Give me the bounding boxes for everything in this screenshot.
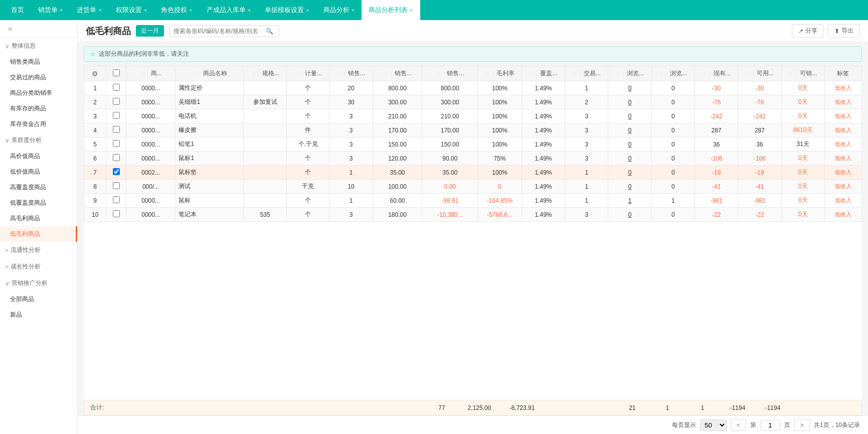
col-transaction[interactable]: ⋮⋮交易... (565, 66, 608, 81)
row-browse1[interactable]: 0 (608, 109, 651, 123)
browse1-link[interactable]: 0 (628, 99, 632, 106)
browse1-link[interactable]: 0 (628, 183, 632, 190)
page-number-input[interactable] (760, 420, 780, 430)
row-select-checkbox[interactable] (113, 112, 120, 119)
sidebar-item-category-rate[interactable]: 商品分类助销率 (0, 85, 77, 101)
prev-page-button[interactable]: ＜ (731, 419, 746, 431)
sidebar-collapse-btn[interactable]: « (4, 22, 17, 35)
col-sales-profit[interactable]: ⋮⋮销售... (422, 66, 478, 81)
close-icon[interactable]: × (352, 7, 355, 13)
sidebar-item-low-value[interactable]: 低价值商品 (0, 164, 77, 180)
nav-sales[interactable]: 销货单 × (31, 0, 70, 20)
sidebar-group-beauty[interactable]: ∨ 美群度分析 (0, 132, 77, 149)
row-browse1[interactable]: 0 (608, 81, 651, 95)
col-name[interactable]: ⋮⋮商品名称 (176, 66, 244, 81)
nav-role-auth[interactable]: 角色授权 × (154, 0, 199, 20)
sidebar-item-low-margin[interactable]: 低毛利商品 (0, 226, 77, 242)
col-spec[interactable]: ⋮⋮规格... (244, 66, 287, 81)
row-checkbox[interactable] (106, 194, 126, 208)
col-coverage[interactable]: ⋮⋮覆盖... (522, 66, 565, 81)
page-size-select[interactable]: 50 100 200 (700, 419, 727, 431)
close-icon[interactable]: × (410, 7, 413, 13)
nav-goods-analysis[interactable]: 商品分析 × (316, 0, 362, 20)
nav-purchase[interactable]: 进货单 × (70, 0, 108, 20)
col-current-stock[interactable]: ⋮⋮现有... (695, 66, 738, 81)
next-page-button[interactable]: ＞ (794, 419, 810, 431)
nav-home[interactable]: 首页 (4, 0, 31, 20)
row-name[interactable]: 测试 (176, 180, 244, 194)
col-sales-price[interactable]: ⋮⋮销售... (373, 66, 422, 81)
close-icon[interactable]: × (60, 7, 63, 13)
row-browse1[interactable]: 0 (608, 123, 651, 137)
close-icon[interactable]: × (248, 7, 251, 13)
close-icon[interactable]: × (306, 7, 309, 13)
settings-icon[interactable]: ⚙ (92, 70, 98, 78)
row-name[interactable]: 鼠标1 (176, 152, 244, 166)
col-browse1[interactable]: ⋮⋮浏览... (608, 66, 651, 81)
row-name[interactable]: 鼠标 (176, 194, 244, 208)
browse1-link[interactable]: 0 (628, 211, 632, 218)
sidebar-item-high-value[interactable]: 高价值商品 (0, 149, 77, 164)
row-checkbox[interactable] (106, 152, 126, 166)
sidebar-item-low-coverage[interactable]: 低覆盖度商品 (0, 195, 77, 211)
col-sales-qty[interactable]: ⋮⋮销售... (329, 66, 373, 81)
row-select-checkbox[interactable] (113, 210, 120, 217)
row-name[interactable]: 属性定价 (176, 81, 244, 95)
row-name[interactable]: 铅笔1 (176, 137, 244, 152)
row-select-checkbox[interactable] (113, 140, 120, 147)
browse1-link[interactable]: 0 (628, 113, 632, 120)
row-checkbox[interactable] (106, 137, 126, 152)
row-browse1[interactable]: 0 (608, 137, 651, 152)
sidebar-item-sales-goods[interactable]: 销售类商品 (0, 54, 77, 70)
sidebar-item-traded-goods[interactable]: 交易过的商品 (0, 70, 77, 85)
row-browse1[interactable]: 0 (608, 208, 651, 222)
row-name[interactable]: 电话机 (176, 109, 244, 123)
close-icon[interactable]: × (189, 7, 192, 13)
search-icon[interactable]: 🔍 (266, 28, 273, 35)
row-checkbox[interactable] (106, 166, 126, 180)
sidebar-item-stock-capital[interactable]: 库存资金占用 (0, 116, 77, 132)
row-select-checkbox[interactable] (113, 84, 120, 91)
row-browse1[interactable]: 1 (608, 194, 651, 208)
browse1-link[interactable]: 0 (628, 155, 632, 162)
sidebar-item-in-stock[interactable]: 有库存的商品 (0, 101, 77, 116)
sidebar-item-all-goods[interactable]: 全部商品 (0, 292, 77, 307)
row-select-checkbox[interactable] (113, 98, 120, 105)
row-browse1[interactable]: 0 (608, 180, 651, 194)
row-select-checkbox[interactable] (113, 168, 120, 175)
search-input[interactable] (173, 28, 264, 35)
browse1-link[interactable]: 1 (628, 197, 632, 204)
browse1-link[interactable]: 0 (628, 141, 632, 148)
browse1-link[interactable]: 0 (628, 169, 632, 176)
col-code[interactable]: ⋮⋮商... (126, 66, 176, 81)
row-browse1[interactable]: 0 (608, 166, 651, 180)
browse1-link[interactable]: 0 (628, 127, 632, 134)
nav-permissions[interactable]: 权限设置 × (109, 0, 154, 20)
row-select-checkbox[interactable] (113, 182, 120, 189)
row-checkbox[interactable] (106, 123, 126, 137)
nav-product-entry[interactable]: 产成品入库单 × (200, 0, 258, 20)
row-name[interactable]: 橡皮擦 (176, 123, 244, 137)
col-gross-margin[interactable]: ⋮⋮毛利率 (478, 66, 522, 81)
col-saleable[interactable]: ⋮⋮可销... (781, 66, 824, 81)
select-all-checkbox[interactable] (113, 69, 120, 76)
row-checkbox[interactable] (106, 95, 126, 109)
row-checkbox[interactable] (106, 81, 126, 95)
close-icon[interactable]: × (98, 7, 101, 13)
sidebar-group-growth[interactable]: > 成长性分析 (0, 258, 77, 275)
sidebar-item-high-coverage[interactable]: 高覆盖度商品 (0, 180, 77, 195)
row-select-checkbox[interactable] (113, 126, 120, 133)
sidebar-group-overall[interactable]: ∨ 整体信息 (0, 38, 77, 54)
col-settings[interactable]: ⚙ (84, 66, 106, 81)
col-tag[interactable]: 标签 (824, 66, 861, 81)
row-name[interactable]: 吴细细1 (176, 95, 244, 109)
sidebar-item-new-goods[interactable]: 新品 (0, 307, 77, 323)
row-browse1[interactable]: 0 (608, 95, 651, 109)
row-name[interactable]: 鼠标垫 (176, 166, 244, 180)
row-checkbox[interactable] (106, 180, 126, 194)
browse1-link[interactable]: 0 (628, 85, 632, 92)
sidebar-item-high-margin[interactable]: 高毛利商品 (0, 211, 77, 226)
row-checkbox[interactable] (106, 208, 126, 222)
col-unit[interactable]: ⋮⋮计量... (287, 66, 329, 81)
row-checkbox[interactable] (106, 109, 126, 123)
